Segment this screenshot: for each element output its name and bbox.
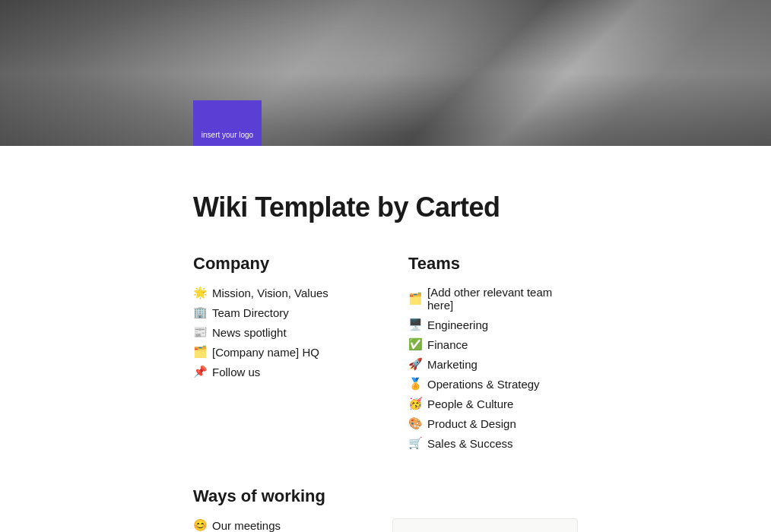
list-item[interactable]: 🛒 Sales & Success <box>408 436 578 450</box>
list-item[interactable]: 🌟 Mission, Vision, Values <box>193 286 363 299</box>
item-emoji: 🎨 <box>408 416 423 430</box>
ways-list-col: 😊 Our meetings 📅 Meeting free Wednesdays… <box>193 518 347 532</box>
top-sections-row: Company 🌟 Mission, Vision, Values 🏢 Team… <box>193 254 578 450</box>
item-emoji: 📰 <box>193 325 208 339</box>
ways-list: 😊 Our meetings 📅 Meeting free Wednesdays… <box>193 518 347 532</box>
list-item[interactable]: 🏅 Operations & Strategy <box>408 377 578 391</box>
item-emoji: 🖥️ <box>408 318 423 331</box>
item-emoji: 🛒 <box>408 436 423 450</box>
item-label[interactable]: Marketing <box>427 358 478 371</box>
item-label[interactable]: [Company name] HQ <box>212 346 319 359</box>
item-emoji: 🗂️ <box>193 345 208 359</box>
company-section: Company 🌟 Mission, Vision, Values 🏢 Team… <box>193 254 363 450</box>
item-label[interactable]: Our meetings <box>212 519 281 532</box>
hero-background <box>0 0 771 146</box>
item-label[interactable]: [Add other relevant team here] <box>427 286 578 312</box>
list-item[interactable]: 🚀 Marketing <box>408 357 578 371</box>
ways-section: Ways of working 😊 Our meetings 📅 Meeting… <box>193 486 578 532</box>
item-emoji: 😊 <box>193 518 208 532</box>
item-label[interactable]: Finance <box>427 338 468 351</box>
list-item[interactable]: 🏢 Team Directory <box>193 306 363 319</box>
item-emoji: 🥳 <box>408 397 423 410</box>
list-item[interactable]: 😊 Our meetings <box>193 518 347 532</box>
teams-heading: Teams <box>408 254 578 274</box>
teams-section: Teams 🗂️ [Add other relevant team here] … <box>408 254 578 450</box>
list-item[interactable]: 🗂️ [Company name] HQ <box>193 345 363 359</box>
item-label[interactable]: Sales & Success <box>427 437 513 450</box>
item-emoji: 🏢 <box>193 306 208 319</box>
list-item[interactable]: 🎨 Product & Design <box>408 416 578 430</box>
company-heading: Company <box>193 254 363 274</box>
company-list: 🌟 Mission, Vision, Values 🏢 Team Directo… <box>193 286 363 378</box>
list-item[interactable]: 🥳 People & Culture <box>408 397 578 410</box>
item-label[interactable]: Operations & Strategy <box>427 378 540 391</box>
item-emoji: 📌 <box>193 365 208 378</box>
item-label[interactable]: Team Directory <box>212 306 289 319</box>
logo-text: insert your logo <box>198 127 256 143</box>
item-label[interactable]: Mission, Vision, Values <box>212 287 328 299</box>
list-item[interactable]: 🖥️ Engineering <box>408 318 578 331</box>
item-label[interactable]: Engineering <box>427 318 488 331</box>
item-emoji: 🗂️ <box>408 292 423 306</box>
item-label[interactable]: News spotlight <box>212 326 287 339</box>
item-emoji: 🏅 <box>408 377 423 391</box>
page-title: Wiki Template by Carted <box>193 192 578 223</box>
notice-box: 💡 The above team sections should link ou… <box>392 518 578 532</box>
logo-placeholder: insert your logo <box>193 100 262 146</box>
hero-banner: insert your logo <box>0 0 771 146</box>
teams-list: 🗂️ [Add other relevant team here] 🖥️ Eng… <box>408 286 578 450</box>
ways-heading: Ways of working <box>193 486 578 506</box>
ways-row: 😊 Our meetings 📅 Meeting free Wednesdays… <box>193 518 578 532</box>
item-label[interactable]: Product & Design <box>427 417 516 430</box>
list-item[interactable]: 🗂️ [Add other relevant team here] <box>408 286 578 312</box>
list-item[interactable]: 📰 News spotlight <box>193 325 363 339</box>
list-item[interactable]: 📌 Follow us <box>193 365 363 378</box>
item-emoji: 🚀 <box>408 357 423 371</box>
item-label[interactable]: Follow us <box>212 366 260 378</box>
item-emoji: 🌟 <box>193 286 208 299</box>
item-emoji: ✅ <box>408 337 423 351</box>
list-item[interactable]: ✅ Finance <box>408 337 578 351</box>
item-label[interactable]: People & Culture <box>427 397 513 410</box>
main-content: Wiki Template by Carted Company 🌟 Missio… <box>0 146 771 532</box>
